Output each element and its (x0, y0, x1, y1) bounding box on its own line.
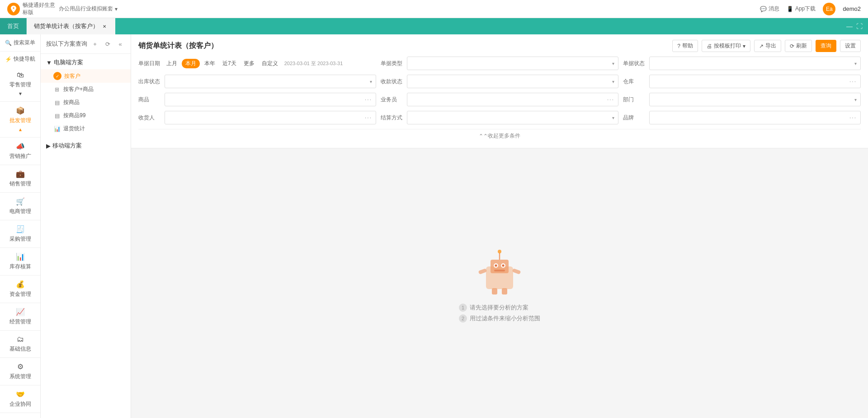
order-status-select[interactable]: ▾ (649, 57, 861, 70)
sidebar-item-purchase[interactable]: 🧾 采购管理 (0, 220, 40, 248)
sidebar-item-marketing[interactable]: 📣 营销推广 (0, 138, 40, 165)
refresh-icon: ⟳ (790, 43, 794, 49)
department-select[interactable]: ▾ (649, 93, 861, 106)
breadcrumb[interactable]: 办公用品行业模拟账套 ▾ (59, 5, 118, 13)
department-label: 部门 (623, 96, 646, 104)
sidebar-item-retail[interactable]: 🛍 零售管理 ▾ (0, 66, 40, 102)
brand-select[interactable]: ··· (649, 111, 861, 124)
collapse-panel-button[interactable]: « (115, 39, 125, 49)
recipient-select[interactable]: ··· (165, 111, 376, 124)
tab-home[interactable]: 首页 (0, 18, 27, 34)
tab-sales-stats[interactable]: 销货单统计表（按客户） ✕ (27, 18, 115, 34)
date-btn-last-month[interactable]: 上月 (164, 59, 180, 68)
main-layout: 🔍 搜索菜单 ⚡ 快捷导航 🛍 零售管理 ▾ 📦 批发管理 ▴ 📣 营销推广 💼… (0, 34, 868, 418)
filter-row-2: 出库状态 ▾ 收款状态 ▾ 仓库 (138, 75, 861, 88)
date-btn-custom[interactable]: 自定义 (259, 59, 281, 68)
top-bar: 畅捷通好生意 标版 办公用品行业模拟账套 ▾ 💬 消息 📱 App下载 Ea d… (0, 0, 868, 18)
sidebar-item-wholesale[interactable]: 📦 批发管理 ▴ (0, 102, 40, 138)
refresh-scheme-button[interactable]: ⟳ (103, 39, 113, 49)
date-btn-7days[interactable]: 近7天 (220, 59, 239, 68)
dots-icon: ··· (849, 78, 857, 85)
department-chevron-icon: ▾ (854, 97, 857, 102)
export-button[interactable]: ↗ 导出 (754, 40, 781, 52)
retail-icon: 🛍 (17, 71, 24, 79)
scheme-item-by-product-99[interactable]: ▤ 按商品99 (41, 109, 131, 122)
sidebar-item-newuser[interactable]: 🎓 新手引导 (0, 413, 40, 418)
username[interactable]: demo2 (843, 5, 861, 12)
product-select[interactable]: ··· (165, 93, 376, 106)
order-type-select[interactable]: ▾ (407, 57, 618, 70)
payment-status-select[interactable]: ▾ (407, 75, 618, 88)
scheme-group-desktop-header[interactable]: ▼ 电脑端方案 (41, 56, 131, 69)
warehouse-select[interactable]: ··· (649, 75, 861, 88)
date-btn-more[interactable]: 更多 (241, 59, 257, 68)
add-scheme-button[interactable]: + (90, 39, 100, 49)
filter-recipient: 收货人 ··· (138, 111, 376, 124)
filter-row-3: 商品 ··· 业务员 ··· 部门 (138, 93, 861, 106)
sales-icon: 💼 (16, 170, 25, 178)
scheme-item-by-customer[interactable]: ✓ 按客户 (41, 69, 131, 83)
sidebar-item-operations[interactable]: 📈 经营管理 (0, 303, 40, 331)
operations-icon: 📈 (16, 308, 25, 316)
empty-tip-1: 1 请先选择要分析的方案 (459, 304, 540, 312)
settlement-chevron-icon: ▾ (612, 115, 614, 120)
date-btn-this-year[interactable]: 本年 (202, 59, 218, 68)
triangle-right-icon: ▶ (46, 142, 51, 149)
svg-point-10 (498, 250, 501, 253)
brand-label: 品牌 (623, 114, 646, 122)
out-status-select[interactable]: ▾ (165, 75, 376, 88)
top-bar-right: 💬 消息 📱 App下载 Ea demo2 (760, 3, 861, 15)
chevron-down2-icon: ▾ (854, 61, 857, 66)
sidebar-item-basics[interactable]: 🗂 基础信息 (0, 331, 40, 358)
sidebar-item-finance[interactable]: 💰 资金管理 (0, 276, 40, 303)
salesperson-select[interactable]: ··· (407, 93, 618, 106)
query-button[interactable]: 查询 (816, 40, 836, 52)
refresh-button[interactable]: ⟳ 刷新 (785, 40, 812, 52)
maximize-icon[interactable]: ⛶ (856, 23, 863, 30)
left-panel-header: 按以下方案查询 + ⟳ « (41, 34, 131, 54)
chevron-down4-icon: ▾ (612, 79, 614, 84)
filter-order-status: 单据状态 ▾ (623, 57, 861, 70)
sidebar-item-sales[interactable]: 💼 销售管理 (0, 165, 40, 193)
order-type-label: 单据类型 (381, 60, 403, 67)
logo-text: 畅捷通好生意 标版 (23, 2, 55, 16)
sidebar-item-inventory[interactable]: 📊 库存核算 (0, 248, 40, 276)
sidebar-item-quicknav[interactable]: ⚡ 快捷导航 (0, 52, 40, 66)
filter-brand: 品牌 ··· (623, 111, 861, 124)
svg-point-5 (502, 265, 505, 267)
minimize-icon[interactable]: — (846, 23, 853, 30)
scheme-item-by-product[interactable]: ▤ 按商品 (41, 96, 131, 109)
empty-illustration (472, 244, 527, 298)
help-button[interactable]: ? 帮助 (672, 40, 698, 52)
sidebar-item-enterprise[interactable]: 🤝 企业协同 (0, 385, 40, 413)
svg-rect-12 (502, 288, 507, 294)
scheme-item-by-customer-product[interactable]: ⊞ 按客户+商品 (41, 83, 131, 96)
date-label: 单据日期 (138, 60, 161, 67)
search-icon: 🔍 (5, 40, 12, 46)
empty-tip-2: 2 用过滤条件来缩小分析范围 (459, 314, 540, 323)
app-download-action[interactable]: 📱 App下载 (787, 5, 816, 13)
payment-status-label: 收款状态 (381, 78, 403, 86)
message-action[interactable]: 💬 消息 (760, 5, 779, 13)
right-panel: 销货单统计表（按客户） ? 帮助 🖨 按模板打印 ▾ ↗ (131, 34, 868, 418)
sidebar-item-ecommerce[interactable]: 🛒 电商管理 (0, 193, 40, 220)
chevron-down3-icon: ▾ (370, 79, 372, 84)
collapse-bar[interactable]: ⌃⌃ 收起更多条件 (138, 129, 861, 142)
sidebar-item-system[interactable]: ⚙ 系统管理 (0, 358, 40, 385)
quicknav-icon: ⚡ (5, 56, 12, 62)
tip-num-1: 1 (459, 304, 467, 312)
print-icon: 🖨 (707, 43, 712, 49)
tab-close-icon[interactable]: ✕ (101, 23, 108, 29)
print-button[interactable]: 🖨 按模板打印 ▾ (702, 40, 750, 52)
out-status-label: 出库状态 (138, 78, 161, 86)
industry-label: 办公用品行业模拟账套 (59, 5, 113, 13)
date-btn-this-month[interactable]: 本月 (182, 59, 200, 68)
settlement-select[interactable]: ▾ (407, 111, 618, 124)
basics-icon: 🗂 (17, 335, 24, 343)
scheme-item-return-stats[interactable]: 📊 退货统计 (41, 122, 131, 135)
scheme-group-mobile-header[interactable]: ▶ 移动端方案 (41, 139, 131, 152)
sidebar-search[interactable]: 🔍 搜索菜单 (0, 34, 40, 52)
settings-button[interactable]: 设置 (840, 40, 861, 52)
content-area: 按以下方案查询 + ⟳ « ▼ 电脑端方案 ✓ 按客户 ⊞ (41, 34, 868, 418)
dropdown-icon[interactable]: ▾ (115, 6, 118, 12)
